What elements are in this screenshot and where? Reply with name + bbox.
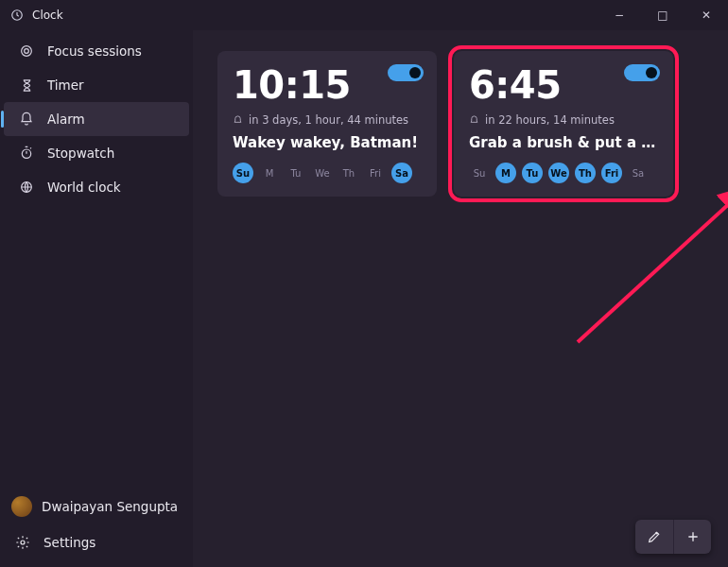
target-icon bbox=[17, 43, 36, 59]
day-toggle[interactable]: Th bbox=[338, 163, 359, 183]
alarm-days: Su M Tu We Th Fri Sa bbox=[233, 163, 422, 183]
day-toggle[interactable]: We bbox=[312, 163, 333, 183]
gear-icon bbox=[13, 535, 32, 550]
fab-bar bbox=[635, 520, 711, 554]
sidebar-item-label: Stopwatch bbox=[47, 146, 114, 161]
app-title: Clock bbox=[32, 9, 63, 22]
sidebar-item-focus-sessions[interactable]: Focus sessions bbox=[4, 34, 189, 68]
user-account[interactable]: Dwaipayan Sengupta bbox=[0, 488, 193, 525]
stopwatch-icon bbox=[17, 146, 36, 161]
add-button[interactable] bbox=[673, 520, 711, 554]
bell-icon bbox=[17, 112, 36, 127]
globe-icon bbox=[17, 180, 36, 195]
bell-small-icon bbox=[469, 115, 479, 126]
edit-button[interactable] bbox=[635, 520, 673, 554]
close-button[interactable]: ✕ bbox=[685, 0, 728, 30]
titlebar: Clock − □ ✕ bbox=[0, 0, 728, 30]
day-toggle[interactable]: M bbox=[259, 163, 280, 183]
bell-small-icon bbox=[233, 115, 243, 126]
nav: Focus sessions Timer Alarm Stopwatch bbox=[0, 34, 193, 488]
alarm-toggle[interactable] bbox=[388, 64, 424, 81]
sidebar-item-alarm[interactable]: Alarm bbox=[4, 102, 189, 136]
settings-label: Settings bbox=[43, 535, 95, 550]
day-toggle[interactable]: Su bbox=[233, 163, 253, 183]
maximize-button[interactable]: □ bbox=[641, 0, 685, 30]
sidebar-item-timer[interactable]: Timer bbox=[4, 68, 189, 102]
sidebar-item-settings[interactable]: Settings bbox=[0, 525, 193, 559]
day-toggle[interactable]: Sa bbox=[628, 163, 649, 183]
svg-point-2 bbox=[25, 49, 29, 54]
user-name: Dwaipayan Sengupta bbox=[42, 499, 178, 514]
alarm-toggle[interactable] bbox=[624, 64, 660, 81]
svg-point-5 bbox=[21, 541, 25, 544]
sidebar-item-label: Focus sessions bbox=[47, 43, 142, 59]
hourglass-icon bbox=[17, 78, 36, 93]
day-toggle[interactable]: Sa bbox=[391, 163, 412, 183]
minimize-button[interactable]: − bbox=[598, 0, 641, 30]
sidebar: Focus sessions Timer Alarm Stopwatch bbox=[0, 30, 193, 567]
sidebar-item-label: Alarm bbox=[47, 112, 85, 127]
sidebar-item-label: World clock bbox=[47, 180, 121, 195]
alarm-hint: in 3 days, 1 hour, 44 minutes bbox=[249, 113, 408, 127]
day-toggle[interactable]: Tu bbox=[522, 163, 543, 183]
alarm-card[interactable]: 10:15 in 3 days, 1 hour, 44 minutes Wake… bbox=[217, 51, 437, 197]
day-toggle[interactable]: We bbox=[548, 163, 569, 183]
avatar bbox=[11, 496, 32, 517]
app-icon bbox=[9, 8, 25, 23]
day-toggle[interactable]: Su bbox=[469, 163, 490, 183]
main-content: 10:15 in 3 days, 1 hour, 44 minutes Wake… bbox=[193, 30, 728, 567]
alarm-days: Su M Tu We Th Fri Sa bbox=[469, 163, 658, 183]
day-toggle[interactable]: Fri bbox=[601, 163, 622, 183]
alarm-label: Wakey wakey, Batman! bbox=[233, 134, 422, 151]
alarm-label: Grab a brush & put a li'l... bbox=[469, 134, 658, 151]
day-toggle[interactable]: M bbox=[495, 163, 516, 183]
alarm-hint: in 22 hours, 14 minutes bbox=[485, 113, 615, 127]
day-toggle[interactable]: Fri bbox=[365, 163, 386, 183]
sidebar-item-label: Timer bbox=[47, 77, 84, 93]
day-toggle[interactable]: Tu bbox=[286, 163, 306, 183]
alarm-list: 10:15 in 3 days, 1 hour, 44 minutes Wake… bbox=[217, 51, 703, 197]
sidebar-item-world-clock[interactable]: World clock bbox=[4, 170, 189, 204]
sidebar-item-stopwatch[interactable]: Stopwatch bbox=[4, 136, 189, 170]
svg-line-6 bbox=[578, 191, 728, 342]
day-toggle[interactable]: Th bbox=[575, 163, 596, 183]
svg-point-1 bbox=[22, 46, 32, 57]
alarm-card[interactable]: 6:45 in 22 hours, 14 minutes Grab a brus… bbox=[454, 51, 673, 197]
